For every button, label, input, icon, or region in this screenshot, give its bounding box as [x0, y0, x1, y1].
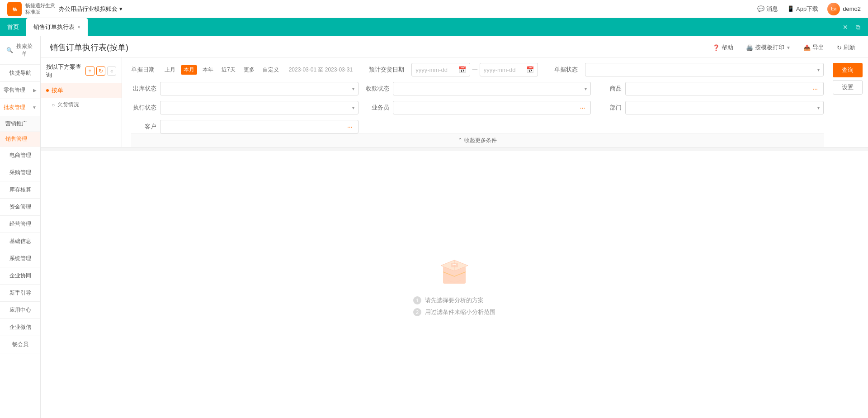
delivery-date-range: yyyy-mm-dd 📅 一 yyyy-mm-dd 📅 [411, 63, 538, 76]
sidebar-sub-item-sales-mgmt[interactable]: 销售管理 [0, 132, 40, 147]
help-btn[interactable]: ❓ 帮助 [709, 42, 737, 53]
filter-row-2: 出库状态 ▾ 收款状态 ▾ 商品 [131, 82, 824, 95]
filter-area: 单据日期 上月 本月 本年 近7天 更多 自定义 2023-03-01 至 20… [122, 57, 833, 147]
customer-cell: 客户 ··· [131, 120, 359, 133]
export-btn[interactable]: 📤 导出 [800, 42, 828, 53]
scheme-add-btn[interactable]: + [85, 66, 94, 76]
date-preset-more[interactable]: 更多 [241, 65, 257, 75]
tab-close-icon[interactable]: × [77, 24, 80, 30]
step-num-1: 1 [413, 296, 421, 304]
goods-more-icon: ··· [811, 85, 820, 92]
exec-status-select[interactable]: ▾ [160, 101, 359, 114]
date-presets: 上月 本月 本年 近7天 更多 自定义 [162, 65, 282, 75]
exec-status-arrow: ▾ [352, 105, 354, 110]
filter-scheme-layout: 按以下方案查询 + ↻ « 按单 [41, 57, 868, 147]
empty-step-2: 2 用过滤条件来缩小分析范围 [413, 308, 495, 316]
help-icon: ❓ [712, 44, 720, 51]
date-preset-this-month[interactable]: 本月 [181, 65, 197, 75]
department-arrow: ▾ [817, 105, 820, 110]
sidebar-item-quick-nav[interactable]: 快捷导航 [0, 65, 40, 82]
sidebar-item-purchase[interactable]: 采购管理 [0, 164, 40, 181]
quick-nav-label: 快捷导航 [9, 69, 31, 77]
sidebar-item-member[interactable]: 畅会员 [0, 336, 40, 353]
nav-tab-actions: ✕ ⧉ [841, 23, 868, 32]
window-close-btn[interactable]: ✕ [841, 23, 850, 32]
sidebar-item-inventory[interactable]: 库存核算 [0, 181, 40, 199]
exec-status-label: 执行状态 [131, 104, 156, 112]
refresh-btn[interactable]: ↻ 刷新 [833, 42, 859, 53]
sidebar-item-operation[interactable]: 经营管理 [0, 216, 40, 233]
goods-select[interactable]: ··· [625, 82, 824, 95]
salesperson-select[interactable]: ··· [393, 101, 591, 114]
delivery-date-label: 预计交货日期 [369, 66, 404, 74]
date-preset-custom[interactable]: 自定义 [260, 65, 282, 75]
filter-row-3: 执行状态 ▾ 业务员 ··· 部门 [131, 101, 824, 114]
receive-status-select[interactable]: ▾ [393, 82, 591, 95]
app-download-icon: 📱 [787, 5, 794, 12]
tab-home[interactable]: 首页 [0, 18, 26, 36]
sidebar-sub-item-marketing[interactable]: 营销推广 [0, 116, 40, 132]
nav-tabs: 首页 销售订单执行表 × ✕ ⧉ [0, 18, 868, 36]
app-download-action[interactable]: 📱 App下载 [787, 5, 818, 13]
sidebar-item-enterprise-wechat[interactable]: 企业微信 [0, 319, 40, 336]
department-label: 部门 [596, 104, 622, 112]
page-header: 销售订单执行表(按单) ❓ 帮助 🖨️ 按模板打印 ▼ 📤 导出 ↻ 刷新 [41, 36, 868, 57]
print-btn[interactable]: 🖨️ 按模板打印 ▼ [742, 42, 794, 53]
sidebar-item-wholesale-mgmt[interactable]: 批发管理 ▼ [0, 99, 40, 116]
logo-icon: 畅 [7, 2, 22, 16]
query-btn[interactable]: 查询 [833, 63, 863, 77]
sidebar-item-enterprise-collab[interactable]: 企业协同 [0, 267, 40, 285]
sidebar-item-new-guide[interactable]: 新手引导 [0, 285, 40, 302]
delivery-date-start[interactable]: yyyy-mm-dd 📅 [411, 63, 470, 76]
sidebar-item-ecommerce[interactable]: 电商管理 [0, 147, 40, 164]
logo-text: 畅捷通好生意 标准版 [25, 3, 55, 14]
industry-selector[interactable]: 办公用品行业模拟账套 ▾ [59, 5, 123, 13]
industry-dropdown-icon: ▾ [119, 5, 123, 12]
scheme-panel: 按以下方案查询 + ↻ « 按单 [41, 57, 122, 147]
sidebar-item-basic-info[interactable]: 基础信息 [0, 233, 40, 250]
sidebar-search-btn[interactable]: 🔍 搜索菜单 [4, 40, 37, 61]
collapse-conditions-btn[interactable]: ⌃ 收起更多条件 [131, 133, 824, 147]
refresh-icon: ↻ [837, 44, 842, 51]
date-preset-last-month[interactable]: 上月 [162, 65, 178, 75]
date-preset-7days[interactable]: 近7天 [219, 65, 238, 75]
sidebar-item-finance[interactable]: 资金管理 [0, 199, 40, 216]
data-area: 1 请先选择要分析的方案 2 用过滤条件来缩小分析范围 [41, 151, 868, 418]
receive-status-cell: 收款状态 ▾ [364, 82, 591, 95]
empty-step-1: 1 请先选择要分析的方案 [413, 296, 495, 304]
sidebar-search-area: 🔍 搜索菜单 [0, 36, 40, 65]
customer-more-icon: ··· [345, 123, 354, 130]
main-layout: 🔍 搜索菜单 快捷导航 零售管理 ▶ 批发管理 ▼ 营销推广 销售管理 电商管理… [0, 36, 868, 418]
empty-cell-2 [596, 120, 824, 133]
scheme-sub-icon: ○ [52, 102, 55, 108]
sidebar-item-system[interactable]: 系统管理 [0, 250, 40, 267]
step-num-2: 2 [413, 308, 421, 316]
tab-sales-order[interactable]: 销售订单执行表 × [26, 18, 88, 36]
order-status-arrow: ▾ [817, 67, 820, 72]
sidebar-item-app-center[interactable]: 应用中心 [0, 302, 40, 319]
page-actions: ❓ 帮助 🖨️ 按模板打印 ▼ 📤 导出 ↻ 刷新 [709, 42, 859, 53]
department-select[interactable]: ▾ [625, 101, 824, 114]
message-action[interactable]: 💬 消息 [757, 5, 778, 13]
salesperson-more-icon: ··· [578, 104, 587, 111]
svg-rect-3 [451, 263, 458, 267]
username-label: demo2 [843, 5, 861, 12]
sidebar-item-retail-mgmt[interactable]: 零售管理 ▶ [0, 82, 40, 99]
out-status-cell: 出库状态 ▾ [131, 82, 359, 95]
goods-cell: 商品 ··· [596, 82, 824, 95]
out-status-select[interactable]: ▾ [160, 82, 359, 95]
scheme-actions: + ↻ « [85, 66, 116, 76]
receive-status-arrow: ▾ [585, 86, 587, 91]
settings-btn[interactable]: 设置 [833, 80, 863, 95]
customer-select[interactable]: ··· [160, 120, 359, 133]
order-status-select[interactable]: ▾ [585, 63, 824, 76]
scheme-item-orders[interactable]: 按单 [41, 83, 122, 98]
date-preset-this-year[interactable]: 本年 [200, 65, 216, 75]
scheme-refresh-btn[interactable]: ↻ [96, 66, 105, 76]
user-profile[interactable]: Ea demo2 [827, 3, 861, 15]
scheme-collapse-btn[interactable]: « [107, 66, 116, 76]
retail-expand-icon: ▶ [33, 88, 37, 93]
window-maximize-btn[interactable]: ⧉ [854, 23, 863, 32]
delivery-date-end[interactable]: yyyy-mm-dd 📅 [480, 63, 538, 76]
scheme-item-debt[interactable]: ○ 欠货情况 [41, 98, 122, 111]
